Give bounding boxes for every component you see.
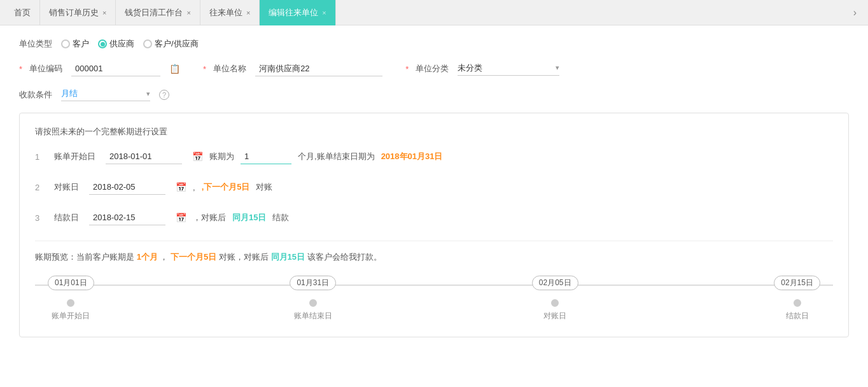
row-field-label-2: 对账日 [54,181,79,193]
tab-cash-work[interactable]: 钱货日清工作台 × [116,0,200,25]
radio-circle-both [143,39,152,48]
copy-icon[interactable]: 📋 [169,64,180,74]
preview-teal: 同月15日 [271,252,305,262]
card-title: 请按照未来的一个完整帐期进行设置 [35,126,833,137]
settlement-teal: 同月15日 [232,212,266,223]
tabs-bar: 首页 销售订单历史 × 钱货日清工作台 × 往来单位 × 编辑往来单位 × › [0,0,868,25]
tab-sales-history[interactable]: 销售订单历史 × [40,0,116,25]
reconcile-desc-prefix: , [193,183,195,192]
timeline-point-2: 01月31日 账单结束日 [290,276,336,321]
radio-both[interactable]: 客户/供应商 [143,38,199,50]
tab-home[interactable]: 首页 [5,0,40,25]
payment-value: 月结 [61,88,78,99]
period-unit: 个月,账单结束日期为 [298,151,375,162]
radio-supplier[interactable]: 供应商 [98,38,134,50]
unit-classify-select[interactable]: 未分类 ▾ [458,62,559,76]
preview-section: 账期预览：当前客户账期是 1个月 ， 下一个月5日 对账，对账后 同月15日 该… [35,251,833,263]
settlement-prefix: ，对账后 [193,212,226,223]
reconcile-suffix: 对账 [256,181,272,193]
tl-badge-1: 01月01日 [48,276,94,290]
radio-customer[interactable]: 客户 [61,38,89,50]
radio-label-supplier: 供应商 [109,38,134,50]
timeline-point-1: 01月01日 账单开始日 [48,276,94,321]
tl-label-1: 账单开始日 [52,311,90,321]
timeline-point-3: 02月05日 对账日 [532,276,578,321]
unit-classify-value: 未分类 [458,62,482,74]
period-end-date: 2018年01月31日 [381,151,443,162]
tl-label-3: 对账日 [543,311,566,321]
unit-type-label: 单位类型 [19,38,52,50]
required-star-classify: * [405,64,409,74]
payment-row: 收款条件 月结 ▾ ? [19,88,849,101]
preview-mid2: 对账，对账后 [219,252,269,262]
timeline-container: 01月01日 账单开始日 01月31日 账单结束日 02月05日 对账日 02月… [35,276,833,321]
chevron-down-icon: ▾ [556,64,559,72]
tl-label-4: 结款日 [786,311,809,321]
tab-close-icon[interactable]: × [102,9,106,17]
row-field-label-1: 账单开始日 [54,151,95,162]
setting-row-3: 3 结款日 📅 ，对账后 同月15日 结款 [35,210,833,225]
tl-dot-1 [67,299,74,307]
radio-circle-supplier [98,39,107,48]
settlement-date-input[interactable] [89,210,165,225]
tl-badge-4: 02月15日 [774,276,820,290]
reconcile-next-month: ,下一个月5日 [202,181,250,193]
tl-badge-3: 02月05日 [532,276,578,290]
calendar-icon-2[interactable]: 📅 [176,182,186,192]
row-num-2: 2 [35,183,48,192]
unit-name-label: 单位名称 [213,63,246,74]
preview-mid1: ， [160,252,168,262]
start-date-input[interactable] [106,149,182,164]
help-icon[interactable]: ? [159,90,169,100]
unit-type-row: 单位类型 客户 供应商 客户/供应商 [19,38,849,50]
radio-circle-customer [61,39,70,48]
unit-classify-label: 单位分类 [416,63,449,74]
separator [35,241,833,241]
unit-info-row: * 单位编码 📋 * 单位名称 * 单位分类 未分类 ▾ [19,61,849,76]
timeline-point-4: 02月15日 结款日 [774,276,820,321]
calendar-icon-1[interactable]: 📅 [192,151,203,162]
tl-badge-2: 01月31日 [290,276,336,290]
row-num-3: 3 [35,213,48,223]
preview-label: 账期预览：当前客户账期是 [35,252,134,262]
unit-code-input[interactable] [71,61,160,76]
required-star-code: * [19,64,22,74]
settings-card: 请按照未来的一个完整帐期进行设置 1 账单开始日 📅 账期为 个月,账单结束日期… [19,113,849,337]
timeline-points: 01月01日 账单开始日 01月31日 账单结束日 02月05日 对账日 02月… [48,276,820,321]
settlement-suffix: 结款 [272,212,289,223]
period-value-input[interactable] [241,149,291,164]
row-num-1: 1 [35,152,48,162]
preview-suffix: 该客户会给我打款。 [307,252,382,262]
setting-row-1: 1 账单开始日 📅 账期为 个月,账单结束日期为 2018年01月31日 [35,149,833,164]
tab-close-icon[interactable]: × [186,9,190,17]
row-field-label-3: 结款日 [54,212,79,223]
radio-label-both: 客户/供应商 [155,38,199,50]
setting-row-2: 2 对账日 📅 , ,下一个月5日 对账 [35,179,833,195]
tl-dot-3 [551,299,559,307]
payment-select[interactable]: 月结 ▾ [61,88,150,101]
main-content: 单位类型 客户 供应商 客户/供应商 * 单位编码 📋 * 单位名称 * 单位分… [0,25,868,387]
period-label: 账期为 [209,151,234,162]
tl-label-2: 账单结束日 [294,311,332,321]
unit-code-label: 单位编码 [29,63,62,74]
tl-dot-4 [794,299,801,307]
unit-type-radio-group: 客户 供应商 客户/供应商 [61,38,199,50]
tab-close-icon[interactable]: × [322,9,326,17]
tab-more-button[interactable]: › [847,7,863,18]
radio-label-customer: 客户 [73,38,89,50]
tl-dot-2 [309,299,317,307]
required-star-name: * [203,64,206,74]
preview-orange2: 下一个月5日 [171,252,216,262]
tab-close-icon[interactable]: × [246,9,250,17]
reconcile-date-input[interactable] [89,179,165,195]
chevron-down-icon: ▾ [146,90,150,98]
calendar-icon-3[interactable]: 📅 [176,213,186,223]
tab-edit-partner[interactable]: 编辑往来单位 × [260,0,335,25]
tab-partner-unit[interactable]: 往来单位 × [200,0,260,25]
payment-label: 收款条件 [19,89,52,101]
unit-name-input[interactable] [255,61,382,76]
preview-orange1: 1个月 [137,252,158,262]
